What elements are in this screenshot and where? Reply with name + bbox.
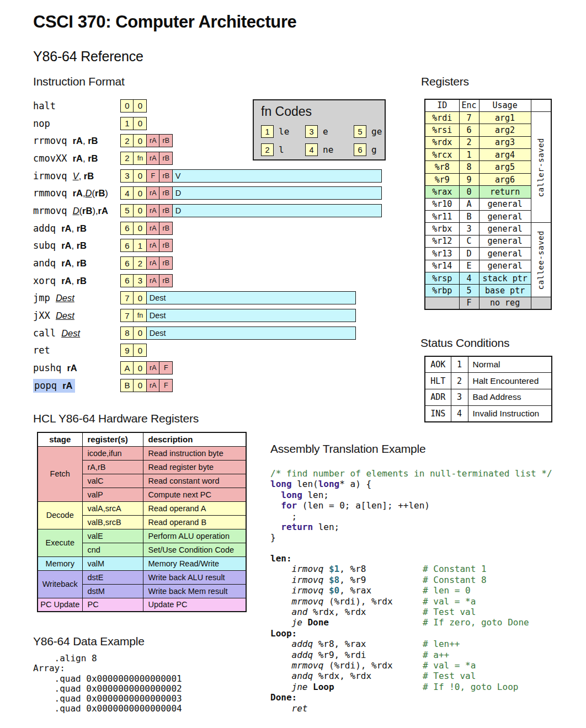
instruction-bytes: 20rArB: [120, 134, 173, 147]
fn-code-box: 4: [305, 143, 318, 156]
hcl-register: valB,srcB: [82, 515, 143, 529]
code-line: irmovq $1, %r8# Constant 1: [270, 564, 393, 574]
register-save-group-label: callee-saved: [537, 231, 545, 290]
register-id: %rbp: [425, 285, 459, 297]
code-comment: # a++: [423, 650, 449, 660]
register-encoding: 7: [459, 111, 479, 124]
byte-box: 0: [133, 204, 147, 217]
fn-code-box: 2: [261, 143, 274, 156]
byte-box: B: [120, 379, 134, 392]
section-instruction-format: Instruction Format: [33, 75, 125, 88]
fn-code-box: 5: [354, 125, 366, 138]
instruction-row: pushq rAA0rAF: [33, 359, 397, 377]
byte-box: 0: [133, 99, 147, 113]
hcl-description: Write back Mem result: [143, 584, 246, 598]
instruction-bytes: 00: [120, 99, 147, 113]
status-number: 4: [451, 405, 468, 422]
data-example-code: .align 8Array: .quad 0x0000000000000001 …: [33, 654, 182, 714]
code-comment: # Test val: [423, 607, 476, 617]
fn-codes-grid: 1le3e5ge2l4ne6g: [261, 122, 385, 159]
code-line: je Done# If zero, goto Done: [270, 617, 393, 628]
instruction-bytes: 40rArBD: [120, 186, 382, 200]
register-encoding: F: [459, 297, 479, 309]
register-save-group: callee-saved: [531, 223, 551, 297]
byte-box: 0: [133, 361, 147, 374]
instruction-bytes: 10: [120, 117, 147, 130]
instruction-bytes: 90: [120, 344, 147, 357]
hcl-stage: Execute: [38, 529, 82, 556]
register-row: Fno reg: [425, 297, 551, 309]
code-line: mrmovq (%rdi), %rdx# val = *a: [270, 596, 393, 607]
instruction-bytes: A0rAF: [120, 361, 173, 374]
instruction-bytes: 50rArBD: [120, 204, 382, 217]
fn-code-box: 3: [305, 125, 318, 138]
byte-box: 3: [120, 169, 134, 183]
hcl-registers-table: stageregister(s)descriptionFetchicode,if…: [37, 432, 247, 612]
register-usage: general: [479, 235, 531, 247]
instruction-label: nop: [33, 118, 120, 129]
hcl-register: icode,ifun: [82, 446, 143, 460]
byte-box: 1: [120, 117, 134, 130]
fn-code-box: 6: [354, 143, 366, 156]
register-encoding: 9: [459, 173, 479, 185]
byte-box: F: [146, 169, 160, 183]
code-comment: # val = *a: [423, 660, 476, 671]
register-id: %rax: [425, 186, 459, 198]
section-hcl-registers: HCL Y86-64 Hardware Registers: [33, 412, 199, 425]
byte-box: rB: [159, 274, 173, 287]
hcl-description: Write back ALU result: [143, 570, 246, 584]
byte-box: 0: [133, 222, 147, 235]
status-code: INS: [425, 405, 451, 422]
byte-box: 0: [133, 186, 147, 200]
status-conditions-table: AOK1NormalHLT2Halt EncounteredADR3Bad Ad…: [424, 356, 552, 422]
hcl-header-cell: description: [143, 432, 246, 446]
status-description: Invalid Instruction: [468, 405, 552, 422]
register-encoding: 5: [459, 285, 479, 297]
byte-box: rA: [146, 256, 160, 270]
hcl-stage: Fetch: [38, 446, 82, 501]
byte-box: 9: [120, 344, 134, 357]
code-line: mrmovq (%rdi), %rdx# val = *a: [270, 660, 393, 671]
fn-code-entry: 4ne: [305, 143, 354, 156]
register-usage: arg4: [479, 149, 531, 161]
hcl-register: valC: [82, 474, 143, 488]
hcl-row: MemoryvalMMemory Read/Write: [38, 556, 246, 570]
selection-highlight: popq rA: [33, 379, 75, 393]
register-id: [425, 297, 459, 309]
status-number: 1: [451, 356, 468, 373]
register-id: %rdx: [425, 136, 459, 148]
assembly-code: len: irmovq $1, %r8# Constant 1 irmovq $…: [270, 553, 393, 714]
instruction-label: halt: [33, 100, 120, 111]
register-usage: arg1: [479, 111, 531, 124]
register-id: %r14: [425, 260, 459, 272]
register-encoding: 4: [459, 272, 479, 284]
instruction-label: jXX Dest: [33, 310, 120, 321]
instruction-bytes: 80Dest: [120, 326, 356, 340]
byte-box: D: [172, 204, 382, 217]
code-line: irmovq $8, %r9# Constant 8: [270, 575, 393, 585]
byte-box: 2: [133, 256, 147, 270]
instruction-label: jmp Dest: [33, 292, 120, 303]
register-encoding: 8: [459, 161, 479, 173]
instruction-row: andq rA, rB62rArB: [33, 254, 397, 272]
fn-code-entry: 5ge: [354, 125, 387, 138]
byte-box: 2: [120, 152, 134, 165]
page-title: CSCI 370: Computer Architecture: [33, 12, 296, 32]
code-comment: # len++: [423, 639, 460, 649]
code-comment: # Constant 1: [423, 564, 487, 574]
hcl-register: valM: [82, 556, 143, 570]
instruction-row: jXX Dest7fnDest: [33, 307, 397, 324]
code-line: }: [270, 532, 552, 543]
code-line: Loop:: [270, 628, 393, 639]
section-data-example: Y86-64 Data Example: [33, 635, 145, 648]
register-id: %r11: [425, 211, 459, 223]
doc-subtitle: Y86-64 Reference: [33, 49, 143, 65]
byte-box: rA: [146, 186, 160, 200]
reference-page: CSCI 370: Computer Architecture Y86-64 R…: [0, 0, 586, 728]
instruction-label: ret: [33, 345, 120, 356]
instruction-row: mrmovq D(rB),rA50rArBD: [33, 202, 397, 220]
hcl-description: Perform ALU operation: [143, 529, 246, 543]
byte-box: 2: [120, 134, 134, 147]
instruction-label: irmovq V, rB: [33, 170, 120, 181]
byte-box: rA: [146, 274, 160, 287]
